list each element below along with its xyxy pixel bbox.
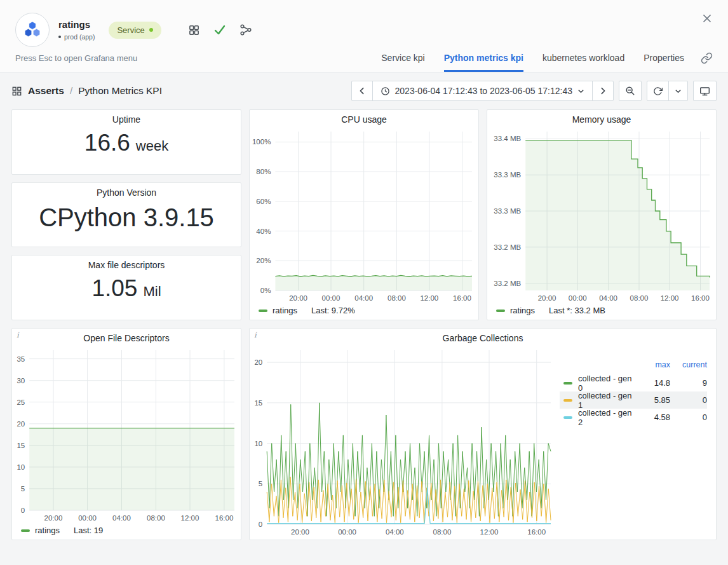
clock-icon — [381, 86, 390, 96]
dashboard-icon[interactable] — [188, 24, 200, 36]
gc-legend-row[interactable]: collected - gen 24.580 — [560, 409, 707, 426]
service-env: prod (app) — [58, 33, 95, 41]
series-marker-icon — [563, 399, 572, 402]
svg-text:0: 0 — [259, 521, 262, 528]
svg-text:08:00: 08:00 — [388, 294, 406, 302]
service-logo — [15, 13, 50, 47]
panel-title-cpu[interactable]: CPU usage — [250, 110, 478, 126]
app-header: ratings prod (app) Service — [0, 0, 728, 72]
svg-text:00:00: 00:00 — [338, 528, 356, 536]
info-icon[interactable]: i — [254, 330, 257, 339]
stat-max-fd: 1.05 Mil — [12, 272, 241, 320]
svg-text:04:00: 04:00 — [386, 528, 404, 536]
tab-kubernetes-workload[interactable]: kubernetes workload — [543, 53, 624, 72]
series-marker-icon — [259, 310, 267, 312]
legend-item[interactable]: ratings Last: 19 — [21, 526, 103, 535]
panel-title-uptime[interactable]: Uptime — [12, 110, 241, 126]
service-env-label: prod (app) — [64, 33, 95, 41]
app: ratings prod (app) Service — [0, 0, 728, 550]
breadcrumb-app[interactable]: Asserts — [28, 85, 64, 97]
legend-header-max[interactable]: max — [637, 360, 670, 369]
legend-series-name: ratings — [35, 526, 60, 535]
stat-value: CPython 3.9.15 — [39, 200, 214, 235]
svg-text:08:00: 08:00 — [630, 294, 649, 302]
zoom-out-button[interactable] — [619, 81, 642, 101]
panel-title-memory[interactable]: Memory usage — [487, 110, 716, 126]
refresh-button[interactable] — [647, 81, 669, 101]
status-dot-icon — [149, 28, 153, 32]
svg-text:12:00: 12:00 — [420, 294, 438, 302]
svg-text:04:00: 04:00 — [354, 294, 373, 302]
stat-unit: Mil — [143, 283, 161, 300]
gc-legend-row[interactable]: collected - gen 15.850 — [560, 391, 707, 409]
breadcrumb-separator: / — [70, 85, 72, 97]
refresh-interval-caret[interactable] — [668, 81, 688, 101]
panel-garbage-collections: i Garbage Collections 0510152020:0000:00… — [249, 328, 717, 540]
link-icon[interactable] — [701, 52, 713, 72]
cpu-chart[interactable]: 0%20%40%60%80%100%20:0000:0004:0008:0012… — [250, 126, 478, 306]
tv-mode-button[interactable] — [693, 81, 717, 101]
svg-text:33.4 MB: 33.4 MB — [494, 135, 521, 142]
panel-title-python-version[interactable]: Python Version — [12, 183, 241, 200]
service-type-badge[interactable]: Service — [109, 22, 161, 39]
breadcrumb: Asserts / Python Metrics KPI — [11, 85, 162, 97]
legend-item[interactable]: ratings Last: 9.72% — [259, 306, 355, 315]
svg-text:20:00: 20:00 — [44, 514, 63, 522]
close-icon[interactable] — [701, 10, 713, 24]
svg-text:08:00: 08:00 — [147, 514, 165, 522]
time-back-button[interactable] — [351, 81, 373, 101]
gc-chart[interactable]: 0510152020:0000:0004:0008:0012:0016:00 — [250, 345, 557, 540]
header-actions — [188, 24, 252, 36]
series-marker-icon — [563, 382, 572, 385]
legend-header-current[interactable]: current — [670, 360, 707, 369]
legend-series-name: collected - gen 0 — [578, 374, 637, 393]
tab-service-kpi[interactable]: Service kpi — [381, 53, 424, 72]
panel-row-1: Uptime 16.6 week Python Version CPython … — [11, 109, 717, 320]
panel-title-gc[interactable]: Garbage Collections — [250, 329, 716, 345]
legend-series-name: ratings — [273, 306, 297, 315]
svg-text:33.2 MB: 33.2 MB — [494, 243, 521, 251]
apps-grid-icon[interactable] — [11, 86, 22, 97]
panel-title-open-fd[interactable]: Open File Descriptors — [12, 329, 241, 345]
topology-icon[interactable] — [239, 24, 252, 36]
memory-chart[interactable]: 33.4 MB33.3 MB33.3 MB33.2 MB33.2 MB20:00… — [487, 126, 716, 306]
service-type-label: Service — [117, 25, 144, 35]
series-marker-icon — [563, 416, 572, 419]
gc-legend: max current collected - gen 014.89collec… — [557, 345, 716, 540]
stat-python-version: CPython 3.9.15 — [12, 200, 241, 247]
memory-legend: ratings Last *: 33.2 MB — [487, 306, 716, 320]
legend-item[interactable]: ratings Last *: 33.2 MB — [496, 306, 605, 315]
svg-text:16:00: 16:00 — [527, 528, 546, 536]
info-icon[interactable]: i — [17, 330, 19, 339]
breadcrumb-page: Python Metrics KPI — [78, 85, 162, 97]
gc-legend-header: max current — [560, 360, 707, 369]
open-fd-chart[interactable]: 0510152025303520:0000:0004:0008:0012:001… — [12, 345, 241, 526]
stat-unit: week — [136, 138, 168, 154]
svg-text:20:00: 20:00 — [538, 294, 556, 302]
service-title: ratings — [58, 19, 95, 30]
svg-text:16:00: 16:00 — [691, 294, 710, 302]
dashboard-toolbar: Asserts / Python Metrics KPI 2023-06-04 … — [11, 80, 717, 102]
svg-text:04:00: 04:00 — [112, 514, 131, 522]
svg-text:00:00: 00:00 — [569, 294, 587, 302]
svg-text:100%: 100% — [252, 138, 271, 146]
legend-series-name: collected - gen 1 — [578, 391, 637, 410]
svg-text:04:00: 04:00 — [599, 294, 617, 302]
svg-text:16:00: 16:00 — [453, 294, 471, 302]
open-fd-legend: ratings Last: 19 — [12, 526, 241, 540]
svg-text:08:00: 08:00 — [433, 528, 452, 536]
caret-down-icon — [675, 88, 682, 95]
stat-value: 1.05 — [91, 272, 137, 305]
gc-legend-row[interactable]: collected - gen 014.89 — [560, 374, 707, 391]
svg-text:33.2 MB: 33.2 MB — [494, 280, 521, 287]
legend-current-value: 0 — [670, 395, 707, 405]
header-top: ratings prod (app) Service — [15, 10, 713, 50]
time-forward-button[interactable] — [592, 81, 614, 101]
tab-properties[interactable]: Properties — [644, 53, 684, 72]
stat-uptime: 16.6 week — [12, 126, 241, 174]
time-range-picker[interactable]: 2023-06-04 17:12:43 to 2023-06-05 17:12:… — [372, 81, 593, 101]
check-icon[interactable] — [213, 24, 227, 36]
panel-title-max-fd[interactable]: Max file descriptors — [12, 255, 241, 272]
panel-max-file-descriptors: Max file descriptors 1.05 Mil — [11, 255, 241, 320]
tab-python-metrics-kpi[interactable]: Python metrics kpi — [444, 53, 523, 72]
